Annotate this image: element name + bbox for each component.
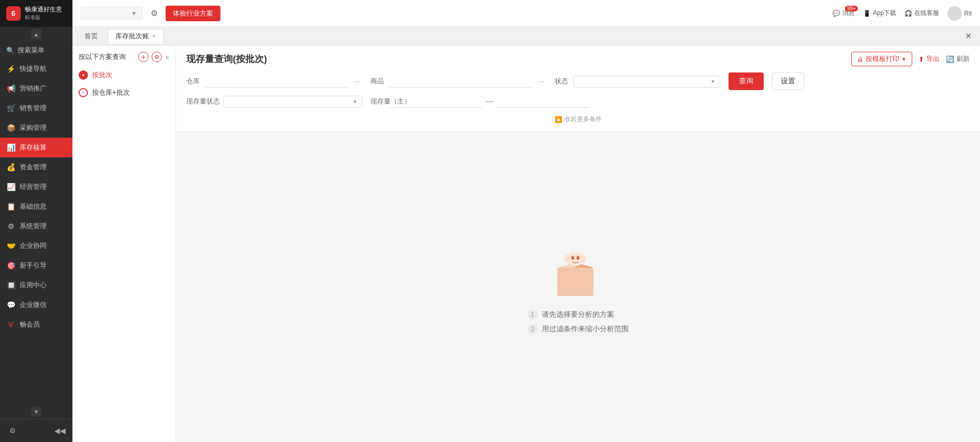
sidebar-item-label: 销售管理 <box>20 104 66 113</box>
stock-status-label: 现存量状态 <box>186 97 220 106</box>
stock-status-field: 现存量状态 ▼ <box>186 96 362 108</box>
sidebar-item-label: 基础信息 <box>20 202 66 211</box>
status-dropdown-arrow: ▼ <box>710 79 716 84</box>
sidebar-item-marketing[interactable]: 📢 营销推广 <box>0 79 72 98</box>
purchase-icon: 📦 <box>6 123 16 132</box>
page-title-actions: 🖨 按模板打印 ▼ ⬆ 导出 🔄 刷新 <box>851 52 970 66</box>
refresh-btn[interactable]: 🔄 刷新 <box>946 54 970 64</box>
query-btn[interactable]: 查询 <box>729 72 764 90</box>
tab-panel-close-btn[interactable]: ✕ <box>961 31 976 41</box>
main-content: 现存量查询(按批次) 🖨 按模板打印 ▼ ⬆ 导出 🔄 <box>176 46 980 442</box>
export-icon: ⬆ <box>918 55 924 63</box>
stock-status-dropdown[interactable]: ▼ <box>223 96 362 108</box>
warehouse-label: 仓库 <box>186 77 202 86</box>
scheme-label-batch: 按批次 <box>92 70 112 80</box>
settings-icon[interactable]: ⚙ <box>6 424 19 437</box>
filter-collapse-icon[interactable]: « <box>165 53 169 61</box>
filter-settings-btn[interactable]: ⚙ <box>152 52 162 62</box>
tab-close-icon[interactable]: × <box>152 33 156 39</box>
sidebar-item-operations[interactable]: 📈 经营管理 <box>0 177 72 197</box>
product-input[interactable] <box>389 75 533 87</box>
topbar-search-input[interactable] <box>86 9 128 17</box>
svg-point-10 <box>581 255 586 263</box>
sidebar-item-purchase[interactable]: 📦 采购管理 <box>0 118 72 138</box>
app-version: 标准版 <box>25 14 62 21</box>
tab-inventory-batch[interactable]: 库存批次账 × <box>108 29 164 43</box>
sidebar-search[interactable]: 🔍 搜索菜单 <box>0 41 72 59</box>
print-label: 按模板打印 <box>866 54 899 64</box>
filter-panel: 按以下方案查询 + ⚙ « ● 按批次 ○ 按仓库+批次 <box>72 46 176 442</box>
svg-point-8 <box>577 257 579 259</box>
sidebar-scroll-down[interactable]: ▼ <box>0 404 72 419</box>
app-download-btn[interactable]: 📱 App下载 <box>863 9 896 18</box>
svg-rect-3 <box>560 270 591 293</box>
sidebar-item-member[interactable]: V 畅会员 <box>0 315 72 334</box>
filter-add-btn[interactable]: + <box>138 52 149 62</box>
sidebar-item-sales[interactable]: 🛒 销售管理 <box>0 98 72 118</box>
empty-hint-2: 2 用过滤条件来缩小分析范围 <box>527 324 629 334</box>
sidebar-scroll-up[interactable]: ▲ <box>0 27 72 41</box>
stock-qty-max[interactable] <box>497 95 590 108</box>
hint-text-2: 用过滤条件来缩小分析范围 <box>542 325 629 334</box>
refresh-icon: 🔄 <box>946 55 954 63</box>
filter-scheme-batch[interactable]: ● 按批次 <box>72 66 175 84</box>
sidebar-item-basic-info[interactable]: 📋 基础信息 <box>0 197 72 216</box>
export-btn[interactable]: ⬆ 导出 <box>918 54 940 64</box>
svg-point-7 <box>572 257 574 259</box>
collapse-label: 收起更多条件 <box>565 115 602 124</box>
sidebar-item-guide[interactable]: 🎯 新手引导 <box>0 256 72 275</box>
marketing-icon: 📢 <box>6 84 16 93</box>
sidebar-item-system[interactable]: ⚙ 系统管理 <box>0 216 72 236</box>
system-icon: ⚙ <box>6 222 16 231</box>
collapse-more-btn[interactable]: 🔼 收起更多条件 <box>186 113 970 126</box>
member-icon: V <box>6 320 16 329</box>
topbar-gear-icon[interactable]: ⚙ <box>147 6 161 21</box>
product-dots[interactable]: ··· <box>536 77 546 85</box>
sidebar-item-apps[interactable]: 🔲 应用中心 <box>0 275 72 295</box>
export-label: 导出 <box>926 54 940 64</box>
status-label: 状态 <box>555 77 570 86</box>
status-dropdown[interactable]: ▼ <box>573 76 720 87</box>
basic-info-icon: 📋 <box>6 202 16 211</box>
scheme-icon-batch: ● <box>79 70 88 80</box>
empty-hints: 1 请先选择要分析的方案 2 用过滤条件来缩小分析范围 <box>527 310 629 334</box>
collapse-up-icon: 🔼 <box>555 116 562 123</box>
sidebar: 6 畅康通好生意 标准版 ▲ 🔍 搜索菜单 ⚡ 快捷导航 📢 营销推广 🛒 销售… <box>0 0 72 442</box>
stock-qty-min[interactable] <box>389 95 482 108</box>
warehouse-input[interactable] <box>205 75 349 87</box>
sidebar-item-finance[interactable]: 💰 资金管理 <box>0 157 72 177</box>
customer-service-btn[interactable]: 🎧 在线客服 <box>904 9 939 18</box>
sidebar-item-wechat[interactable]: 💬 企业微信 <box>0 295 72 315</box>
template-print-btn[interactable]: 🖨 按模板打印 ▼ <box>851 52 912 66</box>
scroll-up-btn[interactable]: ▲ <box>31 29 41 39</box>
collapse-sidebar-icon[interactable]: ◀◀ <box>54 424 66 437</box>
trial-btn[interactable]: 体验行业方案 <box>166 6 220 21</box>
search-label: 搜索菜单 <box>18 46 44 55</box>
settings-btn[interactable]: 设置 <box>772 72 804 90</box>
topbar-search-area[interactable]: ▼ <box>81 7 143 20</box>
shortcuts-icon: ⚡ <box>6 64 16 73</box>
hint-num-2: 2 <box>527 324 538 334</box>
sidebar-item-label: 系统管理 <box>20 222 66 231</box>
sidebar-item-inventory[interactable]: 📊 库存核算 <box>0 138 72 157</box>
user-menu[interactable]: Rit <box>947 6 972 21</box>
warehouse-dots[interactable]: ··· <box>352 77 362 85</box>
message-icon: 💬 <box>833 10 840 17</box>
sidebar-item-label: 采购管理 <box>20 123 66 132</box>
app-name-block: 畅康通好生意 标准版 <box>25 6 62 21</box>
tab-home[interactable]: 首页 <box>77 29 106 43</box>
sidebar-item-enterprise[interactable]: 🤝 企业协同 <box>0 236 72 256</box>
app-name: 畅康通好生意 <box>25 6 62 14</box>
filter-scheme-warehouse-batch[interactable]: ○ 按仓库+批次 <box>72 84 175 101</box>
sidebar-item-label: 库存核算 <box>20 143 66 152</box>
sidebar-item-shortcuts[interactable]: ⚡ 快捷导航 <box>0 59 72 79</box>
product-label: 商品 <box>370 77 386 86</box>
topbar-right: 💬 消息 99+ 📱 App下载 🎧 在线客服 Rit <box>833 6 972 21</box>
scroll-down-btn[interactable]: ▼ <box>31 406 41 417</box>
message-btn[interactable]: 💬 消息 99+ <box>833 9 855 18</box>
print-dropdown-icon: ▼ <box>901 56 907 62</box>
finance-icon: 💰 <box>6 163 16 172</box>
filter-conditions: 仓库 ··· 商品 ··· 状态 <box>186 72 970 131</box>
app-logo: 6 <box>6 6 21 21</box>
stock-qty-label: 现存量（主） <box>370 97 386 106</box>
